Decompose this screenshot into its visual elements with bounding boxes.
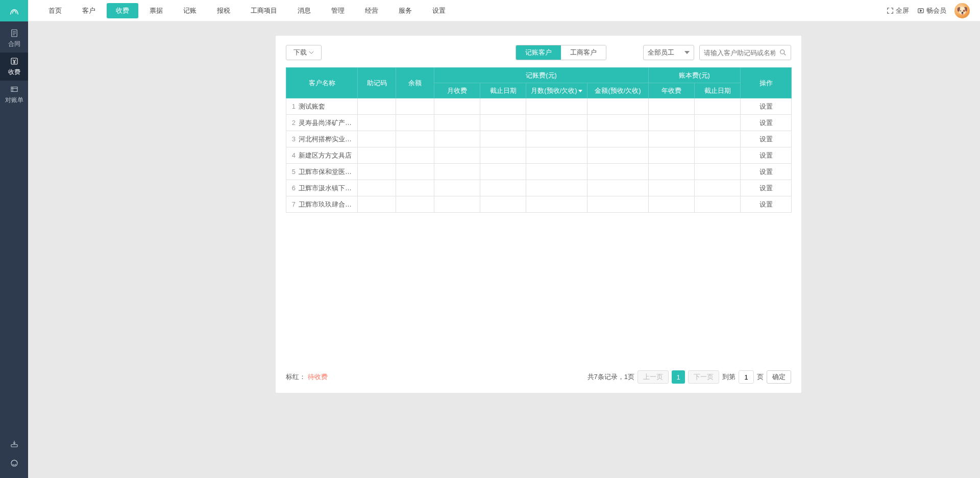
th-customer-name: 客户名称	[286, 68, 358, 98]
cell-mnemonic	[358, 98, 396, 115]
employee-select-value: 全部员工	[648, 48, 674, 57]
cell-action[interactable]: 设置	[741, 147, 792, 164]
page-number[interactable]: 1	[672, 370, 685, 384]
nav-message[interactable]: 消息	[288, 3, 320, 18]
fullscreen-button[interactable]: 全屏	[887, 6, 909, 15]
cell-due2	[695, 98, 741, 115]
cell-amount	[587, 131, 649, 147]
th-due-date2: 截止日期	[695, 83, 741, 98]
goto-label: 到第	[722, 372, 736, 382]
download-button[interactable]: 下载	[286, 45, 322, 60]
cell-action[interactable]: 设置	[741, 98, 792, 115]
cell-amount	[587, 164, 649, 180]
prev-page-button[interactable]: 上一页	[638, 370, 669, 384]
avatar[interactable]: 🐶	[954, 3, 970, 18]
cell-due2	[695, 196, 741, 213]
nav-business[interactable]: 工商项目	[241, 3, 286, 18]
tab-business-customer[interactable]: 工商客户	[561, 45, 606, 60]
member-button[interactable]: 畅会员	[917, 6, 946, 15]
cell-action[interactable]: 设置	[741, 164, 792, 180]
cell-balance	[396, 196, 434, 213]
sidebar-contract-label: 合同	[8, 40, 20, 48]
nav-home[interactable]: 首页	[39, 3, 71, 18]
table-row: 7卫辉市玖玖肆合医药...设置	[286, 196, 792, 213]
employee-select[interactable]: 全部员工	[643, 45, 694, 60]
download-tool-icon[interactable]	[10, 439, 19, 448]
cell-months	[526, 147, 587, 164]
cell-annual	[649, 115, 695, 131]
th-action: 操作	[741, 68, 792, 98]
search-icon[interactable]	[779, 48, 787, 57]
cell-balance	[396, 98, 434, 115]
th-months[interactable]: 月数(预收/欠收)	[526, 83, 587, 98]
cell-amount	[587, 115, 649, 131]
goto-input[interactable]	[739, 370, 754, 384]
cell-monthly	[434, 164, 480, 180]
nav-right: 全屏 畅会员 🐶	[887, 3, 980, 18]
nav-settings[interactable]: 设置	[423, 3, 455, 18]
next-page-button[interactable]: 下一页	[688, 370, 719, 384]
th-bookkeeping-fee: 记账费(元)	[434, 68, 649, 83]
fee-icon	[10, 57, 19, 66]
table-row: 2灵寿县尚泽矿产品有...设置	[286, 115, 792, 131]
cell-due	[480, 115, 526, 131]
cell-annual	[649, 196, 695, 213]
download-label: 下载	[293, 48, 307, 57]
tab-bookkeeping-customer[interactable]: 记账客户	[516, 45, 561, 60]
cell-amount	[587, 180, 649, 196]
nav-customer[interactable]: 客户	[73, 3, 105, 18]
nav-fee[interactable]: 收费	[107, 3, 138, 18]
cell-mnemonic	[358, 180, 396, 196]
cell-mnemonic	[358, 131, 396, 147]
cell-months	[526, 164, 587, 180]
sidebar-fee[interactable]: 收费	[0, 53, 28, 81]
nav-manage[interactable]: 管理	[322, 3, 354, 18]
cell-balance	[396, 164, 434, 180]
cell-monthly	[434, 180, 480, 196]
nav-bookkeeping[interactable]: 记账	[174, 3, 206, 18]
pager: 共7条记录，1页 上一页 1 下一页 到第 页 确定	[587, 370, 791, 384]
nav-tax[interactable]: 报税	[208, 3, 239, 18]
fullscreen-icon	[887, 7, 894, 14]
cell-action[interactable]: 设置	[741, 196, 792, 213]
top-nav: 首页 客户 收费 票据 记账 报税 工商项目 消息 管理 经营 服务 设置 全屏…	[0, 0, 980, 21]
cell-name: 4新建区方方文具店	[286, 147, 358, 164]
sidebar-statement-label: 对账单	[5, 96, 23, 105]
cell-balance	[396, 147, 434, 164]
cell-annual	[649, 164, 695, 180]
cell-action[interactable]: 设置	[741, 180, 792, 196]
goto-confirm-button[interactable]: 确定	[767, 370, 791, 384]
sidebar: 合同 收费 对账单	[0, 21, 28, 478]
cell-balance	[396, 115, 434, 131]
goto-unit: 页	[757, 372, 764, 382]
svg-rect-3	[11, 445, 17, 447]
sidebar-contract[interactable]: 合同	[0, 24, 28, 53]
sort-icon	[578, 90, 582, 92]
cell-mnemonic	[358, 115, 396, 131]
search-input[interactable]	[699, 45, 791, 60]
table-row: 1测试账套设置	[286, 98, 792, 115]
nav-invoice[interactable]: 票据	[140, 3, 172, 18]
cell-monthly	[434, 115, 480, 131]
cell-monthly	[434, 98, 480, 115]
table-row: 4新建区方方文具店设置	[286, 147, 792, 164]
sidebar-statement[interactable]: 对账单	[0, 81, 28, 109]
th-mnemonic: 助记码	[358, 68, 396, 98]
logo[interactable]	[0, 0, 28, 21]
cell-action[interactable]: 设置	[741, 115, 792, 131]
cell-months	[526, 196, 587, 213]
cell-action[interactable]: 设置	[741, 131, 792, 147]
cell-due	[480, 98, 526, 115]
contract-icon	[10, 29, 19, 38]
nav-operate[interactable]: 经营	[356, 3, 387, 18]
pager-summary: 共7条记录，1页	[587, 372, 634, 382]
cell-name: 6卫辉市汲水镇下园闸...	[286, 180, 358, 196]
cell-amount	[587, 147, 649, 164]
cell-mnemonic	[358, 147, 396, 164]
sidebar-fee-label: 收费	[8, 68, 20, 77]
nav-service[interactable]: 服务	[389, 3, 421, 18]
support-icon[interactable]	[10, 459, 19, 468]
cell-annual	[649, 131, 695, 147]
cell-months	[526, 115, 587, 131]
table-row: 6卫辉市汲水镇下园闸...设置	[286, 180, 792, 196]
